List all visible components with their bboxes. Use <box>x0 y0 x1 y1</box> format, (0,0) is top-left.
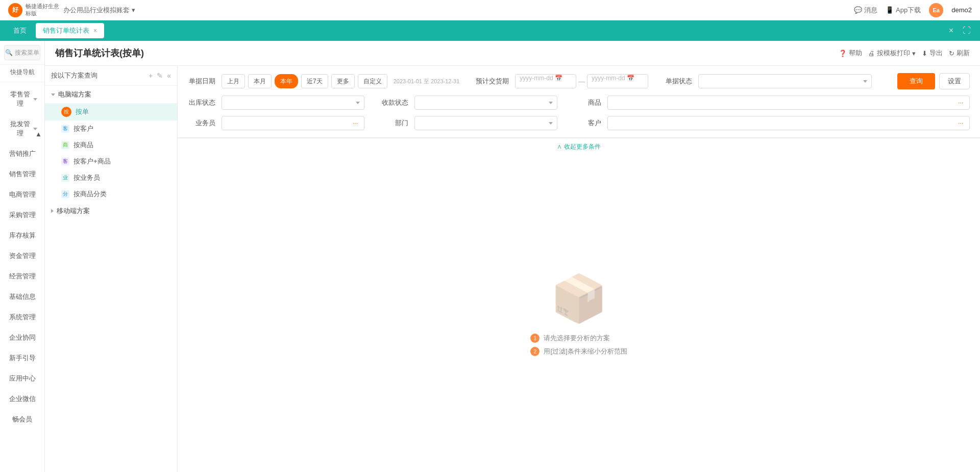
scheme-item-by-salesperson[interactable]: 业 按业务员 <box>45 170 177 186</box>
scheme-group-pc: 电脑端方案 按 按单 客 按客户 <box>45 86 177 202</box>
dropdown-arrow-icon: ▾ <box>132 6 135 14</box>
sidebar-item-wholesale[interactable]: 批发管理 ▲ <box>2 114 42 143</box>
sidebar-item-enterprise[interactable]: 企业协同 <box>2 328 42 347</box>
quick-nav-button[interactable]: 快捷导航 <box>0 65 44 80</box>
custom-date-button[interactable]: 自定义 <box>358 74 387 88</box>
sidebar-item-purchase[interactable]: 采购管理 <box>2 205 42 225</box>
search-menu-button[interactable]: 🔍 搜索菜单 <box>4 45 40 60</box>
delivery-status-label: 出库状态 <box>188 98 215 107</box>
top-bar-right: 💬 消息 📱 App下载 Ea demo2 <box>854 3 972 17</box>
message-button[interactable]: 💬 消息 <box>854 6 877 15</box>
search-icon: 🔍 <box>5 49 13 56</box>
scheme-item-by-category[interactable]: 分 按商品分类 <box>45 186 177 202</box>
sidebar-item-apps[interactable]: 应用中心 <box>2 369 42 388</box>
sidebar-item-sales[interactable]: 销售管理 <box>2 164 42 184</box>
logo-icon: 好 <box>8 3 22 17</box>
dept-label: 部门 <box>381 119 408 128</box>
this-year-button[interactable]: 本年 <box>275 74 298 88</box>
tab-sales-stats[interactable]: 销售订单统计表 × <box>36 23 104 38</box>
sidebar-item-marketing[interactable]: 营销推广 <box>2 144 42 163</box>
sidebar-item-basic[interactable]: 基础信息 <box>2 287 42 306</box>
help-button[interactable]: ❓ 帮助 <box>839 49 862 58</box>
collapse-bar[interactable]: ∧ 收起更多条件 <box>178 138 980 155</box>
scheme-item-by-customer-product[interactable]: 客 按客户+商品 <box>45 153 177 170</box>
this-month-button[interactable]: 本月 <box>248 74 272 88</box>
date-range-display: 2023-01-01 至 2023-12-31 <box>394 78 460 85</box>
export-icon: ⬇ <box>922 50 927 57</box>
sidebar-item-ecommerce[interactable]: 电商管理 <box>2 185 42 204</box>
right-panel: 单据日期 上月 本月 本年 近7天 更多 自定义 2023-01-01 至 20… <box>178 66 980 472</box>
scheme-item-by-product[interactable]: 商 按商品 <box>45 137 177 153</box>
setting-button[interactable]: 设置 <box>939 73 970 89</box>
sidebar-item-retail[interactable]: 零售管理 <box>2 85 42 113</box>
top-bar: 好 畅捷通好生意 标版 办公用品行业模拟账套 ▾ 💬 消息 📱 App下载 Ea… <box>0 0 980 20</box>
tab-bar-controls: × ⛶ <box>946 25 974 36</box>
tab-home[interactable]: 首页 <box>6 23 34 38</box>
top-bar-title[interactable]: 办公用品行业模拟账套 ▾ <box>63 6 135 15</box>
sidebar-item-newbie[interactable]: 新手引导 <box>2 348 42 368</box>
goods-more-icon[interactable]: ··· <box>956 99 965 106</box>
filter-area: 单据日期 上月 本月 本年 近7天 更多 自定义 2023-01-01 至 20… <box>178 66 980 138</box>
user-avatar[interactable]: Ea <box>929 3 943 17</box>
last-7-days-button[interactable]: 近7天 <box>301 74 328 88</box>
edit-scheme-button[interactable]: ✎ <box>157 72 163 80</box>
sidebar-item-inventory[interactable]: 库存核算 <box>2 226 42 245</box>
sidebar-item-member[interactable]: 畅会员 <box>2 410 42 429</box>
scheme-icon-order: 按 <box>61 107 71 117</box>
salesperson-label: 业务员 <box>188 119 215 128</box>
left-panel: 按以下方案查询 + ✎ « 电脑端方案 按 <box>45 66 178 472</box>
logo-area[interactable]: 好 畅捷通好生意 标版 <box>8 3 59 17</box>
scheme-group-mobile-header[interactable]: 移动端方案 <box>45 202 177 220</box>
username-label[interactable]: demo2 <box>951 6 972 14</box>
app-download-button[interactable]: 📱 App下载 <box>886 6 921 15</box>
payment-status-select[interactable] <box>414 96 557 110</box>
chevron-up-icon: ▲ <box>33 128 37 130</box>
page-header: 销售订单统计表(按单) ❓ 帮助 🖨 按模板打印 ▾ ⬇ 导出 ↻ 刷新 <box>45 41 980 66</box>
left-panel-title: 按以下方案查询 <box>51 71 97 80</box>
scheme-item-by-order[interactable]: 按 按单 <box>45 103 177 121</box>
empty-state: 📦 1 请先选择要分析的方案 2 用[过滤]条件来缩小分析范围 <box>178 155 980 472</box>
sidebar-item-finance[interactable]: 资金管理 <box>2 246 42 266</box>
main-layout: 🔍 搜索菜单 快捷导航 零售管理 批发管理 ▲ 营销推广 销售管理 电商管理 采… <box>0 41 980 472</box>
delivery-status-select[interactable] <box>222 96 364 110</box>
scheme-item-by-customer[interactable]: 客 按客户 <box>45 121 177 137</box>
add-scheme-button[interactable]: + <box>149 72 153 80</box>
salesperson-more-icon[interactable]: ··· <box>351 120 360 127</box>
hint-number-1: 1 <box>530 334 540 343</box>
print-button[interactable]: 🖨 按模板打印 ▾ <box>868 49 916 58</box>
dept-select-arrow <box>549 122 553 125</box>
chevron-down-icon <box>33 98 37 101</box>
sidebar-item-system[interactable]: 系统管理 <box>2 308 42 327</box>
export-button[interactable]: ⬇ 导出 <box>922 49 943 58</box>
refresh-button[interactable]: ↻ 刷新 <box>949 49 970 58</box>
scheme-group-pc-header[interactable]: 电脑端方案 <box>45 86 177 103</box>
query-button[interactable]: 查询 <box>897 73 935 89</box>
print-icon: 🖨 <box>868 50 875 57</box>
customer-select[interactable]: ··· <box>607 116 970 130</box>
sidebar-item-operations[interactable]: 经营管理 <box>2 267 42 286</box>
calendar-start-icon: 📅 <box>555 75 562 82</box>
salesperson-select[interactable]: ··· <box>222 116 364 130</box>
expected-date-end[interactable]: yyyy-mm-dd 📅 <box>587 74 648 88</box>
date-filter-label: 单据日期 <box>188 77 215 86</box>
scheme-icon-customer: 客 <box>61 125 69 133</box>
collapse-panel-button[interactable]: « <box>167 72 171 80</box>
message-icon: 💬 <box>854 6 862 14</box>
left-panel-header: 按以下方案查询 + ✎ « <box>45 66 177 86</box>
expected-date-start[interactable]: yyyy-mm-dd 📅 <box>515 74 576 88</box>
sidebar-item-wechat[interactable]: 企业微信 <box>2 389 42 409</box>
customer-label: 客户 <box>574 119 601 128</box>
top-bar-left: 好 畅捷通好生意 标版 办公用品行业模拟账套 ▾ <box>8 3 135 17</box>
more-dates-button[interactable]: 更多 <box>331 74 355 88</box>
payment-status-label: 收款状态 <box>381 98 408 107</box>
tab-close-all-button[interactable]: × <box>946 25 957 36</box>
two-col-layout: 按以下方案查询 + ✎ « 电脑端方案 按 <box>45 66 980 472</box>
last-month-button[interactable]: 上月 <box>222 74 245 88</box>
expected-date-inputs: yyyy-mm-dd 📅 — yyyy-mm-dd 📅 <box>515 74 648 88</box>
tab-maximize-button[interactable]: ⛶ <box>960 25 974 36</box>
tab-close-icon[interactable]: × <box>93 27 97 34</box>
customer-more-icon[interactable]: ··· <box>956 120 965 127</box>
doc-status-select[interactable] <box>698 74 872 88</box>
goods-select[interactable]: ··· <box>607 96 970 110</box>
dept-select[interactable] <box>414 116 557 130</box>
